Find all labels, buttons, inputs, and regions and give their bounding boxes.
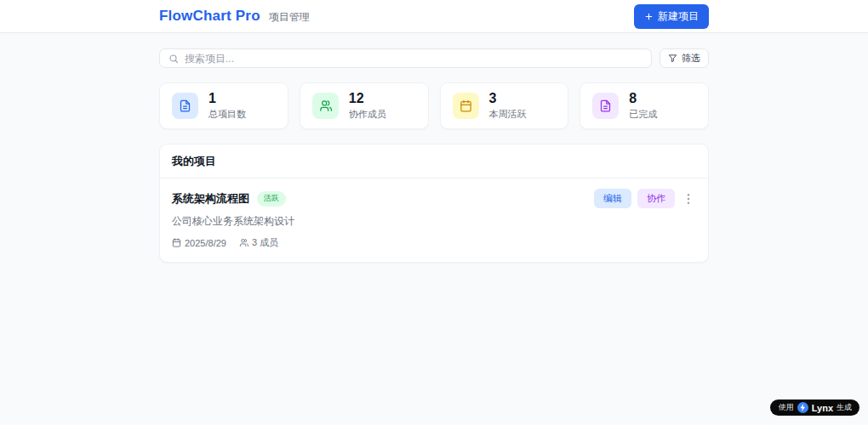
stat-label: 协作成员 [349,108,386,121]
calendar-icon [172,238,181,247]
new-project-label: 新建项目 [658,9,699,24]
project-panel: 我的项目 系统架构流程图 活跃 编辑 协作 [159,144,709,263]
search-icon [168,54,179,64]
stat-card-completed: 8 已完成 [580,82,709,129]
stat-card-total-projects: 1 总项目数 [159,82,288,129]
users-icon [312,93,339,119]
stat-label: 已完成 [629,108,657,121]
filter-label: 筛选 [682,52,700,65]
stats-row: 1 总项目数 12 协作成员 3 本周活跃 [159,82,709,129]
stat-value: 8 [629,91,657,106]
document-icon [172,93,198,119]
badge-brand: Lynx [812,403,833,413]
stat-text: 1 总项目数 [208,91,246,121]
document-icon [592,93,619,119]
stat-card-weekly-active: 3 本周活跃 [440,82,569,129]
more-menu-button[interactable] [681,191,696,207]
main-content: 筛选 1 总项目数 12 协作成员 [159,48,709,263]
project-actions: 编辑 协作 [594,189,696,208]
project-date-text: 2025/8/29 [185,238,226,248]
stat-label: 本周活跃 [489,108,527,121]
stat-value: 12 [349,91,386,106]
search-input[interactable] [185,53,642,65]
search-row: 筛选 [159,48,709,68]
kebab-menu-icon [683,193,694,205]
search-box[interactable] [159,48,652,68]
project-meta: 2025/8/29 3 成员 [172,236,696,249]
calendar-icon [453,93,479,119]
stat-value: 3 [489,91,527,106]
lynx-attribution-badge[interactable]: 使用 Lynx 生成 [770,400,859,416]
stat-text: 8 已完成 [629,91,657,121]
project-members-text: 3 成员 [252,236,278,249]
new-project-button[interactable]: 新建项目 [634,4,709,29]
filter-button[interactable]: 筛选 [660,48,709,68]
project-description: 公司核心业务系统架构设计 [172,214,696,229]
badge-prefix: 使用 [779,402,794,413]
app-header: FlowChart Pro 项目管理 新建项目 [0,0,868,33]
stat-value: 1 [208,91,246,106]
section-title: 我的项目 [160,144,708,178]
project-members: 3 成员 [239,236,278,249]
project-date: 2025/8/29 [172,238,226,248]
status-badge: 活跃 [257,191,286,207]
edit-button[interactable]: 编辑 [594,189,631,208]
app-title: FlowChart Pro [159,8,260,25]
project-row[interactable]: 系统架构流程图 活跃 编辑 协作 公司核心业务系统架构设计 [160,178,708,262]
badge-suffix: 生成 [837,402,852,413]
stat-text: 12 协作成员 [349,91,386,121]
page: FlowChart Pro 项目管理 新建项目 [0,0,868,425]
plus-icon [644,12,654,21]
filter-funnel-icon [668,54,677,63]
stat-label: 总项目数 [208,108,246,121]
stat-text: 3 本周活跃 [489,91,527,121]
stat-card-collaborators: 12 协作成员 [300,82,429,129]
brand: FlowChart Pro 项目管理 [159,8,310,25]
users-icon [239,238,248,247]
lynx-logo-icon [797,402,808,413]
project-title: 系统架构流程图 [172,191,249,207]
collaborate-button[interactable]: 协作 [637,189,675,208]
app-subtitle: 项目管理 [269,10,310,25]
